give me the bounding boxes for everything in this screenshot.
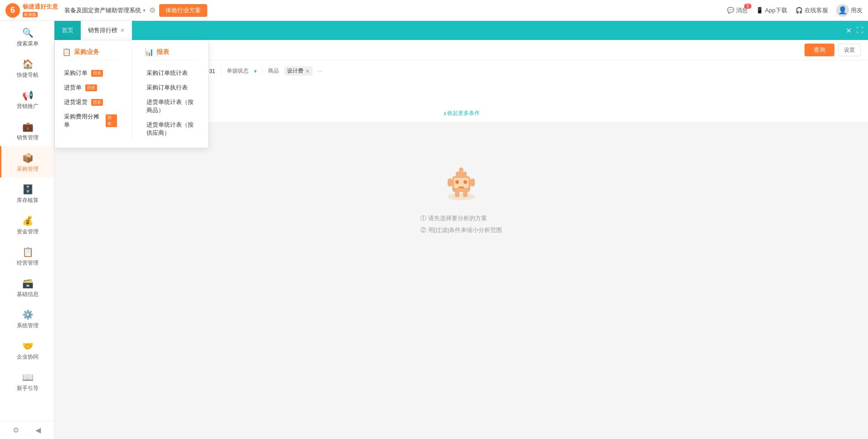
- sidebar-item-operations[interactable]: 📋 经营管理: [0, 240, 54, 271]
- tab-close-icon[interactable]: ✕: [120, 27, 125, 34]
- empty-tip-2: 用[过滤]条件来缩小分析范围: [420, 224, 502, 236]
- industry-button[interactable]: 体验行业方案: [159, 4, 207, 17]
- dropdown-menu: 📋 采购业务 采购订单 历史 进货单 历史 进货退货 历史 采购费用分摊单 历史: [54, 40, 209, 148]
- dropdown-item-inbound[interactable]: 进货单 历史: [62, 80, 119, 95]
- sidebar-item-purchase[interactable]: 📦 采购管理: [0, 146, 54, 178]
- sidebar-item-system[interactable]: ⚙️ 系统管理: [0, 303, 54, 334]
- user-btn[interactable]: 👤 用友: [836, 4, 863, 17]
- svg-rect-5: [458, 187, 464, 188]
- top-bar: 6 畅捷通好生意 标准版 装备及固定资产辅助管理系统 ▾ ⚙ 体验行业方案 💬 …: [0, 0, 868, 21]
- svg-point-0: [448, 193, 475, 200]
- status-dropdown[interactable]: ▾: [254, 68, 257, 74]
- sidebar-item-marketing[interactable]: 📢 营销推广: [0, 84, 54, 115]
- dropdown-item-inbound-stat-supplier[interactable]: 进货单统计表（按供应商）: [145, 118, 201, 140]
- divider2: [262, 67, 263, 76]
- marketing-icon: 📢: [22, 90, 34, 101]
- goods-label: 商品: [268, 67, 279, 75]
- dropdown-col-divider: [132, 48, 132, 140]
- home-icon: 🏠: [22, 59, 34, 69]
- goods-more-icon[interactable]: ···: [318, 68, 323, 74]
- svg-rect-10: [455, 192, 459, 197]
- avatar: 👤: [836, 4, 849, 17]
- enterprise-icon: 🤝: [22, 340, 34, 351]
- logo-icon: 6: [5, 3, 20, 18]
- system-info: 装备及固定资产辅助管理系统 ▾ ⚙ 体验行业方案: [64, 4, 727, 17]
- logo-text: 畅捷通好生意 标准版: [23, 3, 58, 18]
- svg-point-7: [459, 168, 463, 172]
- status-selector: ▾: [254, 68, 257, 74]
- dropdown-col1-title: 📋 采购业务: [62, 48, 119, 60]
- tab-bar: 首页 销售排行榜 ✕ ✕ ⛶: [54, 21, 868, 40]
- svg-rect-6: [456, 172, 467, 177]
- svg-point-4: [463, 180, 467, 184]
- top-bar-right: 💬 9 消息 📱 App下载 🎧 在线客服 👤 用友: [727, 4, 863, 17]
- app-download-btn[interactable]: 📱 App下载: [756, 6, 787, 15]
- guide-icon: 📖: [22, 372, 34, 383]
- system-name: 装备及固定资产辅助管理系统: [64, 6, 141, 15]
- dropdown-item-order-exec[interactable]: 采购订单执行表: [145, 80, 201, 95]
- tab-expand-icon[interactable]: ⛶: [856, 26, 863, 35]
- sidebar: 🔍 搜索菜单 🏠 快捷导航 📢 营销推广 💼 销售管理 📦 采购管理 🗄️ 库存…: [0, 21, 54, 439]
- goods-tag: 设计费 ✕: [284, 66, 312, 76]
- headset-icon: 🎧: [795, 7, 803, 14]
- goods-tag-close-icon[interactable]: ✕: [305, 68, 310, 74]
- divider: [221, 67, 221, 76]
- sidebar-item-sales[interactable]: 💼 销售管理: [0, 115, 54, 146]
- dropdown-item-inbound-return[interactable]: 进货退货 历史: [62, 95, 119, 109]
- tab-home[interactable]: 首页: [54, 21, 81, 40]
- message-btn[interactable]: 💬 9 消息: [727, 6, 748, 15]
- svg-point-3: [455, 180, 459, 184]
- query-button[interactable]: 查询: [805, 44, 834, 56]
- sidebar-item-funds[interactable]: 💰 资金管理: [0, 209, 54, 240]
- funds-icon: 💰: [22, 215, 34, 226]
- gear-icon[interactable]: ⚙: [149, 6, 156, 15]
- dropdown-arrow-icon[interactable]: ▾: [143, 7, 146, 14]
- basic-info-icon: 🗃️: [22, 278, 34, 289]
- tab-bar-right: ✕ ⛶: [846, 26, 868, 35]
- dropdown-item-purchase-expense[interactable]: 采购费用分摊单 历史: [62, 109, 119, 132]
- operations-icon: 📋: [22, 247, 34, 257]
- empty-illustration: [439, 158, 484, 203]
- dropdown-columns: 📋 采购业务 采购订单 历史 进货单 历史 进货退货 历史 采购费用分摊单 历史: [62, 48, 201, 140]
- sidebar-item-inventory[interactable]: 🗄️ 库存核算: [0, 178, 54, 209]
- dropdown-item-purchase-order[interactable]: 采购订单 历史: [62, 66, 119, 80]
- system-icon: ⚙️: [22, 309, 34, 320]
- online-service-btn[interactable]: 🎧 在线客服: [795, 6, 828, 15]
- sidebar-item-search[interactable]: 🔍 搜索菜单: [0, 21, 54, 52]
- dropdown-col2-title: 📊 报表: [145, 48, 201, 60]
- tab-sales-rank[interactable]: 销售排行榜 ✕: [81, 21, 132, 40]
- status-label: 单据状态: [227, 67, 249, 75]
- dropdown-col-purchase: 📋 采购业务 采购订单 历史 进货单 历史 进货退货 历史 采购费用分摊单 历史: [62, 48, 119, 140]
- search-icon: 🔍: [22, 27, 34, 38]
- settings-button[interactable]: 设置: [838, 44, 861, 56]
- empty-tip-1: 请先选择要分析的方案: [420, 212, 502, 224]
- sidebar-item-quick-nav[interactable]: 🏠 快捷导航: [0, 52, 54, 84]
- sidebar-bottom: ⚙ ◀: [0, 421, 54, 439]
- phone-icon: 📱: [756, 7, 763, 14]
- svg-rect-8: [448, 178, 452, 187]
- svg-rect-9: [470, 178, 475, 187]
- sidebar-item-guide[interactable]: 📖 新手引导: [0, 365, 54, 397]
- toolbar-right: 查询 设置: [805, 44, 861, 56]
- tab-close-all-icon[interactable]: ✕: [846, 26, 852, 35]
- collapse-icon: ∧: [443, 110, 447, 117]
- sales-icon: 💼: [22, 121, 34, 132]
- purchase-icon: 📦: [22, 153, 34, 163]
- empty-tips: 请先选择要分析的方案 用[过滤]条件来缩小分析范围: [420, 212, 502, 236]
- logo: 6 畅捷通好生意 标准版: [5, 3, 60, 18]
- sidebar-item-basic-info[interactable]: 🗃️ 基础信息: [0, 271, 54, 303]
- dropdown-item-inbound-stat-goods[interactable]: 进货单统计表（按商品）: [145, 95, 201, 118]
- settings-bottom-btn[interactable]: ⚙: [5, 426, 27, 434]
- dropdown-col-reports: 📊 报表 采购订单统计表 采购订单执行表 进货单统计表（按商品） 进货单统计表（…: [145, 48, 201, 140]
- reports-menu-icon: 📊: [145, 48, 154, 56]
- collapse-sidebar-btn[interactable]: ◀: [27, 426, 50, 434]
- dropdown-item-order-stat[interactable]: 采购订单统计表: [145, 66, 201, 80]
- purchase-menu-icon: 📋: [62, 48, 71, 56]
- message-icon: 💬: [727, 7, 734, 14]
- svg-rect-11: [463, 192, 468, 197]
- inventory-icon: 🗄️: [22, 184, 34, 195]
- sidebar-item-enterprise[interactable]: 🤝 企业协同: [0, 334, 54, 365]
